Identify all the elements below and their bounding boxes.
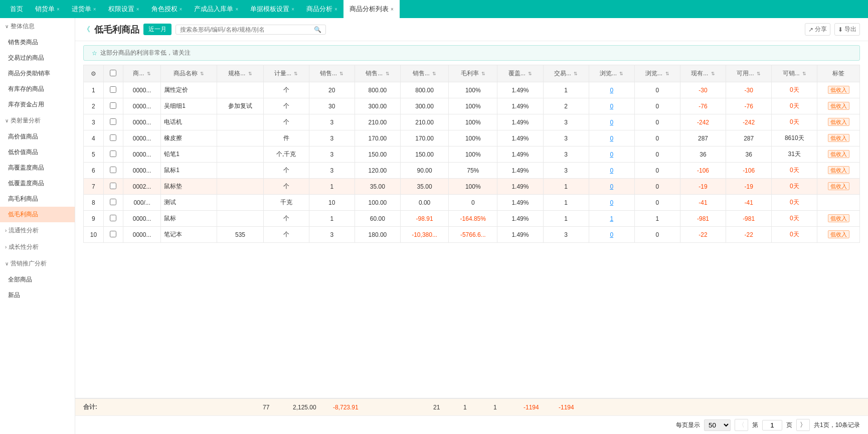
view1-link[interactable]: 0 — [610, 199, 613, 206]
sort-sales-amount-icon[interactable]: ⇅ — [386, 71, 390, 76]
nav-product-analysis-list-close[interactable]: × — [391, 7, 394, 12]
cell-checkbox[interactable] — [103, 82, 123, 98]
date-filter-button[interactable]: 近一月 — [143, 24, 171, 35]
cell-checkbox[interactable] — [103, 179, 123, 195]
view1-link[interactable]: 0 — [610, 183, 613, 190]
view1-link[interactable]: 0 — [610, 119, 613, 126]
per-page-select[interactable]: 50 100 200 — [704, 419, 731, 431]
sidebar-item-category-assist[interactable]: 商品分类助销率 — [0, 66, 75, 81]
nav-product-analysis[interactable]: 商品分析 × — [300, 0, 343, 18]
next-page-button[interactable]: 〉 — [796, 419, 810, 431]
row-checkbox[interactable] — [110, 167, 116, 173]
nav-product-inbound[interactable]: 产成品入库单 × — [188, 0, 244, 18]
view1-link[interactable]: 0 — [610, 151, 613, 158]
cell-view1: 0 — [589, 130, 634, 147]
sort-stock-icon[interactable]: ⇅ — [711, 71, 715, 76]
sidebar-item-sales-goods[interactable]: 销售类商品 — [0, 35, 75, 50]
sort-code-icon[interactable]: ⇅ — [147, 71, 151, 76]
cell-checkbox[interactable] — [103, 227, 123, 243]
nav-sales-close[interactable]: × — [57, 7, 60, 12]
sidebar-group-growth[interactable]: › 成长性分析 — [0, 239, 75, 255]
cell-checkbox[interactable] — [103, 130, 123, 147]
sidebar-group-overall[interactable]: ∨ 整体信息 — [0, 18, 75, 35]
sort-spec-icon[interactable]: ⇅ — [248, 71, 252, 76]
sort-sales-profit-icon[interactable]: ⇅ — [432, 71, 436, 76]
sort-view1-icon[interactable]: ⇅ — [619, 71, 623, 76]
view1-link[interactable]: 0 — [610, 167, 613, 174]
row-checkbox[interactable] — [110, 102, 116, 109]
sort-sales-qty-icon[interactable]: ⇅ — [339, 71, 343, 76]
sidebar-item-low-margin[interactable]: 低毛利商品 — [0, 207, 75, 222]
col-settings[interactable]: ⚙ — [84, 65, 104, 82]
view1-link[interactable]: 0 — [610, 87, 613, 94]
nav-purchase-close[interactable]: × — [93, 7, 96, 12]
nav-purchase[interactable]: 进货单 × — [66, 0, 102, 18]
cell-spec: 535 — [217, 227, 263, 243]
sidebar-collapse-btn[interactable]: 《 — [83, 25, 90, 34]
row-checkbox[interactable] — [110, 86, 116, 93]
sort-coverage-icon[interactable]: ⇅ — [528, 71, 532, 76]
sort-deal-icon[interactable]: ⇅ — [574, 71, 578, 76]
nav-sales[interactable]: 销货单 × — [29, 0, 66, 18]
sidebar-group-coverage[interactable]: ∨ 类射量分析 — [0, 112, 75, 129]
sidebar-item-traded-goods[interactable]: 交易过的商品 — [0, 50, 75, 66]
sort-margin-icon[interactable]: ⇅ — [481, 71, 485, 76]
table-row: 9 0000... 鼠标 个 1 60.00 -98.91 -164.85% 1… — [84, 211, 860, 227]
col-checkbox[interactable] — [103, 65, 123, 82]
nav-role[interactable]: 角色授权 × — [145, 0, 189, 18]
sort-view2-icon[interactable]: ⇅ — [665, 71, 669, 76]
search-input[interactable] — [180, 26, 314, 33]
export-button[interactable]: ⬇ 导出 — [834, 23, 860, 36]
cell-checkbox[interactable] — [103, 211, 123, 227]
sidebar-item-low-value[interactable]: 低价值商品 — [0, 144, 75, 160]
nav-role-close[interactable]: × — [180, 7, 183, 12]
sidebar-group-flow[interactable]: › 流通性分析 — [0, 222, 75, 239]
nav-permission-close[interactable]: × — [136, 7, 139, 12]
prev-page-button[interactable]: 〈 — [735, 419, 748, 431]
nav-template[interactable]: 单据模板设置 × — [244, 0, 300, 18]
cell-checkbox[interactable] — [103, 195, 123, 211]
nav-permission[interactable]: 权限设置 × — [102, 0, 145, 18]
share-button[interactable]: ↗ 分享 — [805, 23, 830, 36]
sidebar-item-low-coverage[interactable]: 低覆盖度商品 — [0, 176, 75, 191]
row-checkbox[interactable] — [110, 215, 116, 221]
row-checkbox[interactable] — [110, 183, 116, 189]
sort-available-icon[interactable]: ⇅ — [757, 71, 761, 76]
view1-link[interactable]: 1 — [610, 215, 613, 222]
sort-unit-icon[interactable]: ⇅ — [294, 71, 298, 76]
cell-checkbox[interactable] — [103, 163, 123, 179]
sidebar-item-new-goods[interactable]: 新品 — [0, 287, 75, 303]
view1-link[interactable]: 0 — [610, 231, 613, 238]
row-checkbox[interactable] — [110, 151, 116, 157]
cell-code: 0000... — [123, 98, 161, 114]
sidebar-group-marketing[interactable]: ∨ 营销推广分析 — [0, 255, 75, 272]
sort-name-icon[interactable]: ⇅ — [200, 71, 204, 76]
nav-template-close[interactable]: × — [291, 7, 294, 12]
view1-link[interactable]: 0 — [610, 103, 613, 110]
nav-product-analysis-list[interactable]: 商品分析列表 × — [343, 0, 400, 18]
sidebar-item-in-stock-goods[interactable]: 有库存的商品 — [0, 81, 75, 97]
sort-sellable-icon[interactable]: ⇅ — [802, 71, 806, 76]
cell-checkbox[interactable] — [103, 98, 123, 114]
cell-code: 000/... — [123, 195, 161, 211]
row-checkbox[interactable] — [110, 134, 116, 141]
row-checkbox[interactable] — [110, 118, 116, 125]
sidebar-item-high-margin[interactable]: 高毛利商品 — [0, 191, 75, 207]
select-all-checkbox[interactable] — [110, 70, 116, 76]
nav-product-analysis-close[interactable]: × — [334, 7, 337, 12]
nav-home[interactable]: 首页 — [4, 0, 29, 18]
sidebar-item-all-goods[interactable]: 全部商品 — [0, 272, 75, 287]
page-number-input[interactable] — [762, 420, 782, 430]
cell-checkbox[interactable] — [103, 147, 123, 163]
view1-link[interactable]: 0 — [610, 135, 613, 142]
sidebar-item-high-coverage[interactable]: 高覆盖度商品 — [0, 160, 75, 176]
search-icon[interactable]: 🔍 — [314, 26, 321, 33]
sidebar-item-high-value[interactable]: 高价值商品 — [0, 129, 75, 144]
cell-checkbox[interactable] — [103, 114, 123, 130]
cell-gross-margin: 100% — [449, 130, 497, 147]
settings-icon[interactable]: ⚙ — [91, 70, 96, 77]
row-checkbox[interactable] — [110, 199, 116, 205]
sidebar-item-capital-occupy[interactable]: 库存资金占用 — [0, 97, 75, 112]
row-checkbox[interactable] — [110, 231, 116, 237]
nav-product-inbound-close[interactable]: × — [235, 7, 238, 12]
